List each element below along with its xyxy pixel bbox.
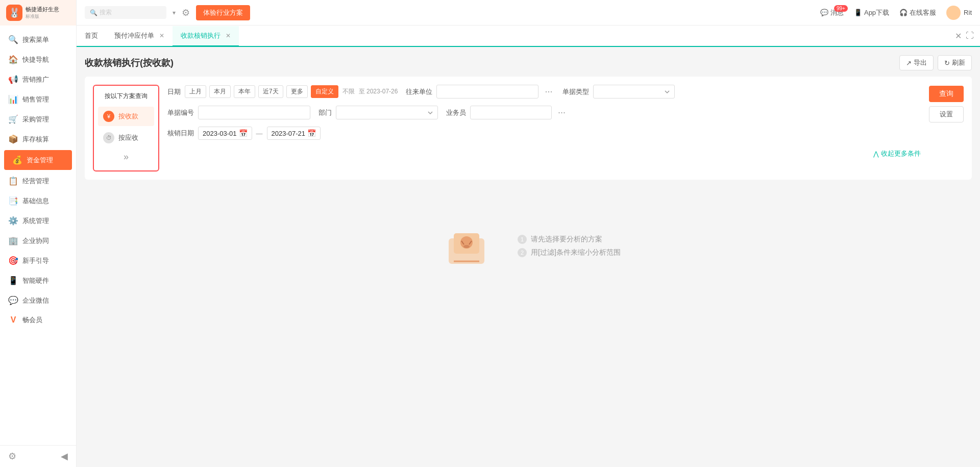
sidebar-item-marketing[interactable]: 📢 营销推广 bbox=[0, 69, 76, 89]
online-service-label: 在线客服 bbox=[910, 8, 936, 17]
sidebar-item-purchase[interactable]: 🛒 采购管理 bbox=[0, 109, 76, 129]
tab-bar: 首页 预付冲应付单 ✕ 收款核销执行 ✕ ✕ ⛶ bbox=[77, 26, 980, 47]
tip-num-1: 1 bbox=[518, 235, 527, 244]
sidebar-item-finance[interactable]: 💰 资金管理 bbox=[4, 150, 72, 170]
smart-hw-icon: 📱 bbox=[8, 276, 18, 285]
tab-expand-icon[interactable]: ⛶ bbox=[966, 31, 974, 40]
date-btn-more[interactable]: 更多 bbox=[286, 85, 308, 98]
doc-type-label: 单据类型 bbox=[562, 87, 589, 96]
tab-prepay[interactable]: 预付冲应付单 ✕ bbox=[106, 26, 173, 46]
date-btn-this-month[interactable]: 本月 bbox=[209, 85, 231, 98]
filter-option-by-receivable[interactable]: ⏱ 按应收 bbox=[98, 128, 154, 148]
page-header: 收款核销执行(按收款) ↗ 导出 ↻ 刷新 bbox=[85, 55, 972, 70]
topbar-right: 💬 消息 99+ 📱 App下载 🎧 在线客服 Rit bbox=[820, 6, 972, 20]
sidebar-item-quick-nav[interactable]: 🏠 快捷导航 bbox=[0, 50, 76, 69]
filter-option-by-receivable-label: 按应收 bbox=[118, 133, 138, 142]
sidebar-item-sales[interactable]: 📊 销售管理 bbox=[0, 89, 76, 109]
staff-input[interactable] bbox=[470, 106, 552, 119]
message-badge: 99+ bbox=[834, 5, 848, 12]
collapse-more-btn[interactable]: ⋀ 收起更多条件 bbox=[873, 147, 921, 160]
date-btn-last-month[interactable]: 上月 bbox=[185, 85, 206, 98]
date-btn-custom[interactable]: 自定义 bbox=[311, 85, 338, 98]
topbar-gear-icon[interactable]: ⚙ bbox=[182, 7, 190, 18]
export-icon: ↗ bbox=[906, 59, 912, 67]
topbar-message[interactable]: 💬 消息 99+ bbox=[820, 8, 844, 17]
dept-select[interactable] bbox=[336, 106, 438, 119]
tab-receipt-offset-label: 收款核销执行 bbox=[181, 31, 220, 40]
topbar-chevron-icon[interactable]: ▾ bbox=[173, 9, 176, 16]
topbar-user[interactable]: Rit bbox=[946, 6, 972, 20]
sidebar-item-label: 经营管理 bbox=[22, 177, 49, 186]
sidebar-item-vip[interactable]: V 畅会员 bbox=[0, 310, 76, 330]
sidebar-item-enterprise[interactable]: 🏢 企业协同 bbox=[0, 231, 76, 251]
date-btn-this-year[interactable]: 本年 bbox=[234, 85, 255, 98]
sidebar-item-basic[interactable]: 📑 基础信息 bbox=[0, 191, 76, 211]
filter-field-doc-no: 单据编号 bbox=[167, 106, 310, 119]
tab-receipt-offset-close[interactable]: ✕ bbox=[226, 32, 231, 39]
counterpart-input[interactable] bbox=[436, 85, 538, 99]
tab-prepay-close[interactable]: ✕ bbox=[159, 32, 164, 39]
topbar: 🔍 搜索 ▾ ⚙ 体验行业方案 💬 消息 99+ 📱 App下载 🎧 在线客服 … bbox=[77, 0, 980, 26]
filter-action-buttons: 查询 设置 bbox=[929, 85, 964, 122]
sidebar-logo: 🐰 畅捷通好生意 标准版 bbox=[0, 0, 76, 26]
staff-label: 业务员 bbox=[446, 108, 466, 117]
content-area: 收款核销执行(按收款) ↗ 导出 ↻ 刷新 按以下方案查询 ¥ 按收款 bbox=[77, 47, 980, 467]
writeoff-date-from-calendar-icon[interactable]: 📅 bbox=[239, 129, 248, 137]
filter-field-date: 日期 上月 本月 本年 近7天 更多 自定义 不限 bbox=[167, 85, 398, 98]
settings-btn[interactable]: 设置 bbox=[929, 106, 964, 122]
date-btn-7days[interactable]: 近7天 bbox=[258, 85, 283, 98]
sidebar-item-wechat[interactable]: 💬 企业微信 bbox=[0, 290, 76, 310]
tab-receipt-offset[interactable]: 收款核销执行 ✕ bbox=[173, 26, 239, 46]
industry-btn[interactable]: 体验行业方案 bbox=[196, 5, 250, 20]
page-actions: ↗ 导出 ↻ 刷新 bbox=[899, 55, 972, 70]
sidebar-item-system[interactable]: ⚙️ 系统管理 bbox=[0, 211, 76, 231]
app-icon: 📱 bbox=[854, 9, 862, 16]
empty-tip-1: 1 请先选择要分析的方案 bbox=[518, 235, 621, 244]
date-to-text: 至 2023-07-26 bbox=[359, 87, 398, 96]
filter-row-2: 单据编号 部门 业务员 bbox=[167, 106, 921, 119]
home-icon: 🏠 bbox=[8, 55, 18, 64]
sidebar-item-search[interactable]: 🔍 搜索菜单 bbox=[0, 30, 76, 50]
topbar-online-service[interactable]: 🎧 在线客服 bbox=[899, 8, 936, 17]
sidebar-settings-icon[interactable]: ⚙ bbox=[8, 451, 16, 462]
doc-no-input[interactable] bbox=[198, 106, 310, 119]
filter-sidebar-collapse[interactable]: » bbox=[98, 150, 154, 164]
staff-ellipsis[interactable]: ··· bbox=[556, 107, 568, 118]
collapse-row: ⋀ 收起更多条件 bbox=[167, 147, 921, 160]
doc-type-select[interactable] bbox=[593, 85, 675, 99]
empty-content: 1 请先选择要分析的方案 2 用[过滤]条件来缩小分析范围 bbox=[436, 220, 621, 272]
sales-icon: 📊 bbox=[8, 94, 18, 104]
export-btn[interactable]: ↗ 导出 bbox=[899, 55, 934, 70]
sidebar-item-smart-hw[interactable]: 📱 智能硬件 bbox=[0, 271, 76, 290]
refresh-btn[interactable]: ↻ 刷新 bbox=[938, 55, 972, 70]
sidebar-item-newbie[interactable]: 🎯 新手引导 bbox=[0, 251, 76, 271]
sidebar-item-label: 销售管理 bbox=[22, 95, 49, 104]
message-icon: 💬 bbox=[820, 9, 828, 16]
query-btn[interactable]: 查询 bbox=[929, 86, 964, 102]
newbie-icon: 🎯 bbox=[8, 256, 18, 265]
sidebar-collapse-icon[interactable]: ◀ bbox=[61, 451, 68, 462]
search-icon: 🔍 bbox=[8, 35, 18, 44]
marketing-icon: 📢 bbox=[8, 75, 18, 84]
filter-field-staff: 业务员 ··· bbox=[446, 106, 568, 119]
filter-field-doc-type: 单据类型 bbox=[562, 85, 675, 99]
empty-tip-2: 2 用[过滤]条件来缩小分析范围 bbox=[518, 248, 621, 257]
counterpart-ellipsis[interactable]: ··· bbox=[543, 86, 554, 97]
date-no-limit: 不限 bbox=[342, 87, 355, 96]
main-area: 🔍 搜索 ▾ ⚙ 体验行业方案 💬 消息 99+ 📱 App下载 🎧 在线客服 … bbox=[77, 0, 980, 467]
filter-row-1: 日期 上月 本月 本年 近7天 更多 自定义 不限 bbox=[167, 85, 921, 99]
sidebar-item-inventory[interactable]: 📦 库存核算 bbox=[0, 129, 76, 149]
topbar-search[interactable]: 🔍 搜索 bbox=[85, 6, 166, 19]
topbar-app-download[interactable]: 📱 App下载 bbox=[854, 8, 889, 17]
sidebar-item-operation[interactable]: 📋 经营管理 bbox=[0, 171, 76, 191]
filter-option-by-receipt-label: 按收款 bbox=[118, 112, 138, 121]
date-range-separator: — bbox=[256, 130, 263, 137]
receipt-option-icon: ¥ bbox=[103, 111, 114, 122]
filter-row-3: 核销日期 2023-03-01 📅 — 2023-07-21 📅 bbox=[167, 127, 921, 140]
tab-close-all-icon[interactable]: ✕ bbox=[955, 31, 962, 41]
writeoff-date-to-calendar-icon[interactable]: 📅 bbox=[307, 129, 316, 137]
filter-option-by-receipt[interactable]: ¥ 按收款 bbox=[98, 107, 154, 126]
app-download-label: App下载 bbox=[864, 8, 889, 17]
sidebar-item-label: 畅会员 bbox=[22, 315, 42, 325]
tab-home[interactable]: 首页 bbox=[77, 26, 106, 46]
